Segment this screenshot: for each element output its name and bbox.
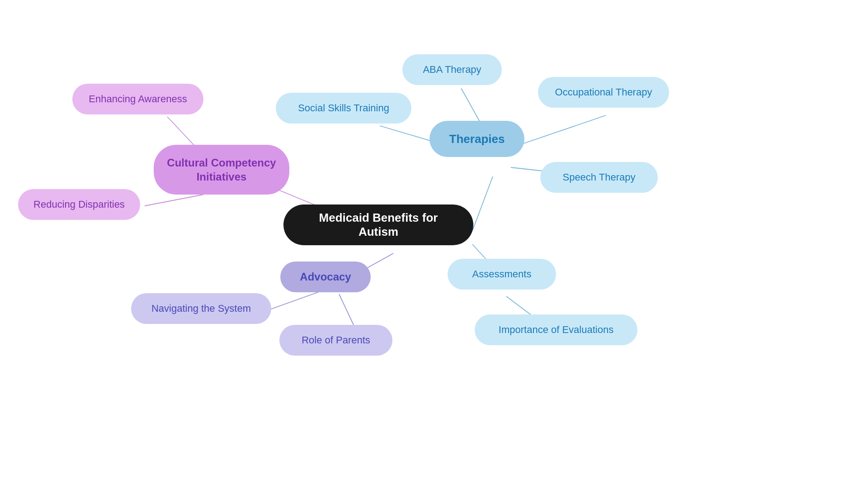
occupational-therapy-node[interactable]: Occupational Therapy — [538, 77, 669, 108]
therapies-node[interactable]: Therapies — [429, 121, 524, 157]
importance-evaluations-node[interactable]: Importance of Evaluations — [475, 314, 637, 345]
speech-therapy-node[interactable]: Speech Therapy — [540, 162, 658, 193]
social-skills-training-node[interactable]: Social Skills Training — [276, 93, 411, 124]
reducing-disparities-node[interactable]: Reducing Disparities — [18, 189, 140, 220]
svg-line-11 — [262, 290, 326, 312]
cultural-competency-node[interactable]: Cultural CompetencyInitiatives — [154, 145, 289, 195]
center-node[interactable]: Medicaid Benefits for Autism — [283, 205, 473, 245]
advocacy-node[interactable]: Advocacy — [280, 262, 371, 292]
aba-therapy-node[interactable]: ABA Therapy — [402, 54, 502, 85]
svg-line-9 — [145, 195, 203, 206]
svg-line-0 — [472, 176, 493, 231]
enhancing-awareness-node[interactable]: Enhancing Awareness — [72, 84, 203, 114]
assessments-node[interactable]: Assessments — [448, 259, 556, 290]
role-of-parents-node[interactable]: Role of Parents — [279, 325, 392, 356]
navigating-system-node[interactable]: Navigating the System — [131, 293, 271, 324]
